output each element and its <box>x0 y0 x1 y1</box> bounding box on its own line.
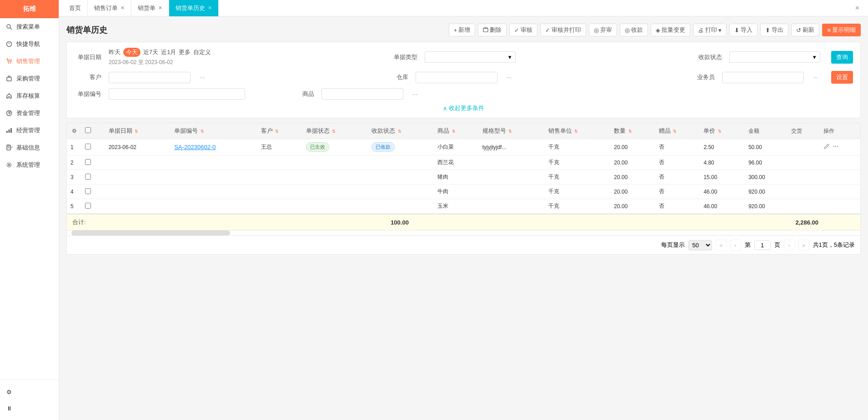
shortcut-yesterday[interactable]: 昨天 <box>109 48 120 56</box>
cell-qty: 20.00 <box>610 139 655 155</box>
more-icon[interactable] <box>833 143 839 151</box>
per-page-select[interactable]: 50 100 200 <box>688 240 712 250</box>
doc-no-link[interactable]: SA-20230602-0 <box>174 144 216 150</box>
sidebar-item-search-menu[interactable]: 搜索菜单 <box>0 18 59 35</box>
row-checkbox[interactable] <box>85 174 91 180</box>
next-page-btn[interactable]: › <box>784 240 795 250</box>
abandon-button[interactable]: ◎ 弃审 <box>589 24 617 36</box>
table-settings-th[interactable]: ⚙ <box>67 123 81 139</box>
th-unit[interactable]: 销售单位 ⇅ <box>545 123 611 139</box>
cell-unit: 千克 <box>545 170 611 185</box>
goods-dots[interactable]: ··· <box>411 90 420 98</box>
th-date[interactable]: 单据日期 ⇅ <box>105 123 171 139</box>
tab-close-sales-history[interactable]: ✕ <box>208 5 212 11</box>
collect-button[interactable]: ◎ 收款 <box>620 24 648 36</box>
delete-button[interactable]: 删除 <box>478 24 507 36</box>
doc-type-select[interactable]: ▾ <box>425 51 516 63</box>
shortcut-1month[interactable]: 近1月 <box>161 48 176 56</box>
audit-print-button[interactable]: ✓ 审核并打印 <box>540 24 586 36</box>
th-gift[interactable]: 赠品 ⇅ <box>655 123 700 139</box>
batch-change-button[interactable]: ◈ 批量变更 <box>651 24 690 36</box>
print-button[interactable]: 🖨 打印 ▾ <box>693 24 727 36</box>
customer-label: 客户 <box>74 73 101 81</box>
collect-icon: ◎ <box>625 27 630 34</box>
tab-close-sales-order[interactable]: ✕ <box>120 5 125 11</box>
warehouse-dots[interactable]: ··· <box>505 74 514 81</box>
tab-close-sales-goods[interactable]: ✕ <box>158 5 162 11</box>
export-button[interactable]: ⬆ 导出 <box>760 24 788 36</box>
shortcut-7days[interactable]: 近7天 <box>143 48 158 56</box>
first-page-btn[interactable]: « <box>716 240 727 250</box>
warehouse-label: 仓库 <box>381 73 408 81</box>
show-detail-button[interactable]: ≡ 显示明细 <box>822 24 861 36</box>
sidebar-item-operations[interactable]: 经营管理 <box>0 122 59 139</box>
customer-input[interactable] <box>109 72 191 83</box>
add-button[interactable]: + 新增 <box>449 24 476 36</box>
th-price[interactable]: 单价 ⇅ <box>700 123 745 139</box>
cell-goods: 西兰花 <box>434 155 479 170</box>
warehouse-input[interactable] <box>416 72 497 83</box>
tab-sales-goods[interactable]: 销货单 ✕ <box>131 0 169 16</box>
th-action: 操作 <box>820 123 860 139</box>
collapse-button[interactable]: ∧ 收起更多条件 <box>443 104 484 112</box>
cell-checkbox <box>81 170 105 185</box>
gear-icon <box>5 161 13 169</box>
prev-page-btn[interactable]: ‹ <box>730 240 741 250</box>
sidebar-settings-btn[interactable]: ⚙ <box>0 384 59 400</box>
doc-no-input[interactable] <box>109 88 245 100</box>
last-page-btn[interactable]: » <box>798 240 809 250</box>
query-button[interactable]: 查询 <box>831 51 853 64</box>
sidebar-item-label: 销售管理 <box>16 57 40 65</box>
shortcut-today[interactable]: 今天 <box>123 48 140 57</box>
sidebar-item-quick-nav[interactable]: 快捷导航 <box>0 35 59 53</box>
sidebar-item-inventory[interactable]: 库存核算 <box>0 87 59 105</box>
refresh-button[interactable]: ↺ 刷新 <box>791 24 819 36</box>
th-customer[interactable]: 客户 ⇅ <box>257 123 302 139</box>
tab-sales-history[interactable]: 销货单历史 ✕ <box>169 0 219 16</box>
customer-dots[interactable]: ··· <box>198 74 207 81</box>
sidebar-item-sales-mgmt[interactable]: 销售管理 <box>0 53 59 70</box>
tab-home[interactable]: 首页 <box>63 0 88 16</box>
shortcut-custom[interactable]: 自定义 <box>193 48 211 56</box>
page-number-input[interactable] <box>754 240 771 250</box>
salesperson-input[interactable] <box>722 72 804 83</box>
select-all-checkbox[interactable] <box>85 127 91 133</box>
payment-status-select[interactable]: ▾ <box>729 51 820 63</box>
shortcut-more[interactable]: 更多 <box>179 48 191 56</box>
row-checkbox[interactable] <box>85 203 91 209</box>
cell-trade <box>788 170 820 185</box>
horizontal-scrollbar[interactable] <box>67 230 860 235</box>
edit-icon[interactable] <box>823 143 830 151</box>
th-amount: 金额 <box>745 123 788 139</box>
audit-button[interactable]: ✓ 审核 <box>509 24 537 36</box>
th-doc-no[interactable]: 单据编号 ⇅ <box>171 123 257 139</box>
svg-point-17 <box>835 146 836 147</box>
table-header-row: ⚙ 单据日期 ⇅ 单据编号 ⇅ 客户 ⇅ <box>67 123 860 139</box>
th-qty[interactable]: 数量 ⇅ <box>610 123 655 139</box>
salesperson-dots[interactable]: ··· <box>811 74 820 81</box>
th-spec[interactable]: 规格型号 ⇅ <box>479 123 545 139</box>
sidebar-item-label: 经营管理 <box>16 126 40 135</box>
cell-checkbox <box>81 139 105 155</box>
footer-label: 合计: <box>72 218 86 226</box>
cell-spec <box>479 155 545 170</box>
goods-input[interactable] <box>321 88 403 100</box>
row-checkbox[interactable] <box>85 159 91 165</box>
sidebar-item-base-info[interactable]: EA 基础信息 <box>0 139 59 156</box>
sidebar-pause-btn[interactable]: ⏸ <box>0 400 59 416</box>
th-goods[interactable]: 商品 ⇅ <box>434 123 479 139</box>
th-doc-status[interactable]: 单据状态 ⇅ <box>302 123 368 139</box>
th-payment-status[interactable]: 收款状态 ⇅ <box>368 123 434 139</box>
tab-sales-order[interactable]: 销售订单 ✕ <box>88 0 131 16</box>
row-checkbox[interactable] <box>85 144 91 150</box>
cell-amount: 920.00 <box>745 185 788 199</box>
cell-trade <box>788 185 820 199</box>
sidebar-item-system[interactable]: 系统管理 <box>0 156 59 174</box>
footer-total-qty: 100.00 <box>391 219 409 226</box>
close-all-tabs[interactable]: ✕ <box>850 5 864 11</box>
sidebar-item-finance[interactable]: ¥ 资金管理 <box>0 105 59 122</box>
sidebar-item-purchase-mgmt[interactable]: 采购管理 <box>0 70 59 87</box>
import-button[interactable]: ⬇ 导入 <box>729 24 758 36</box>
settings-button[interactable]: 设置 <box>831 71 853 84</box>
row-checkbox[interactable] <box>85 188 91 194</box>
